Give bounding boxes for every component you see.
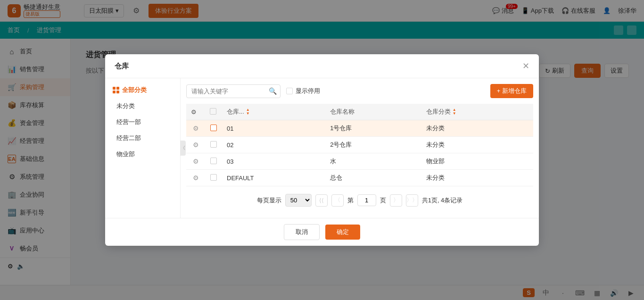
row-gear-icon[interactable]: ⚙ [193,141,199,149]
row-code: 03 [222,153,325,170]
code-sort-icon[interactable]: ▲▼ [246,108,250,116]
row-checkbox[interactable] [210,158,217,164]
show-disabled-label: 显示停用 [296,87,320,95]
col-header-check [205,104,222,120]
row-checkbox[interactable] [210,174,217,181]
row-gear-icon[interactable]: ⚙ [193,125,199,132]
row-checkbox[interactable] [210,125,217,131]
modal-close-button[interactable]: ✕ [522,61,529,71]
modal-overlay: 仓库 ✕ 全部分类 未分类 经营一部 经营二部 物业部 《 [0,0,644,300]
row-name: 总仓 [325,170,421,186]
prev-page-button[interactable]: 〈 [331,194,344,207]
modal-title: 仓库 [115,62,129,71]
warehouse-table: ⚙ 仓库... ▲▼ 仓库名称 [186,104,533,186]
grid-icon [113,87,119,93]
search-input[interactable] [186,84,281,98]
next-page-button[interactable]: 〉 [390,194,402,207]
col-header-name: 仓库名称 [325,104,421,120]
search-icon[interactable]: 🔍 [269,87,277,95]
row-gear-icon[interactable]: ⚙ [193,158,199,165]
warehouse-modal: 仓库 ✕ 全部分类 未分类 经营一部 经营二部 物业部 《 [105,54,539,246]
search-wrap: 🔍 [186,84,281,98]
row-checkbox[interactable] [210,141,217,148]
show-disabled-toggle[interactable]: 显示停用 [286,87,320,95]
row-category: 未分类 [421,137,533,153]
row-code: 02 [222,137,325,153]
tree-collapse-button[interactable]: 《 [180,141,186,156]
pagination: 每页显示 50 10 20 100 ⟨⟨ 〈 第 页 〉 〉〉 共1页, 4条记… [186,188,533,212]
table-row[interactable]: ⚙ 01 1号仓库 未分类 [186,120,533,137]
row-gear-icon[interactable]: ⚙ [193,174,199,182]
table-row[interactable]: ⚙ 03 水 物业部 [186,153,533,170]
first-page-button[interactable]: ⟨⟨ [315,194,328,207]
col-header-code: 仓库... ▲▼ [222,104,325,120]
warehouse-list-panel: 🔍 显示停用 + 新增仓库 ⚙ [181,78,539,218]
confirm-button[interactable]: 确定 [325,225,360,240]
add-warehouse-button[interactable]: + 新增仓库 [490,84,533,98]
row-category: 未分类 [421,170,533,186]
per-page-select[interactable]: 50 10 20 100 [285,194,312,207]
table-container: ⚙ 仓库... ▲▼ 仓库名称 [186,104,533,186]
all-categories-item[interactable]: 全部分类 [105,82,180,98]
col-header-gear: ⚙ [186,104,205,120]
table-body: ⚙ 01 1号仓库 未分类 ⚙ 02 2号仓库 [186,120,533,186]
table-row[interactable]: ⚙ DEFAULT 总仓 未分类 [186,170,533,186]
modal-footer: 取消 确定 [105,218,539,246]
row-name: 1号仓库 [325,120,421,137]
row-category: 未分类 [421,120,533,137]
select-all-checkbox[interactable] [210,108,216,115]
per-page-label: 每页显示 [257,196,281,205]
tree-item-uncategorized[interactable]: 未分类 [105,98,180,114]
row-category: 物业部 [421,153,533,170]
modal-header: 仓库 ✕ [105,54,539,78]
page-number-input[interactable] [357,194,376,206]
total-label: 共1页, 4条记录 [422,196,463,205]
category-sort-icon[interactable]: ▲▼ [453,108,456,116]
table-header: ⚙ 仓库... ▲▼ 仓库名称 [186,104,533,120]
show-disabled-checkbox[interactable] [286,88,293,94]
tree-item-ops1[interactable]: 经营一部 [105,114,180,130]
all-categories-label: 全部分类 [122,86,147,94]
col-header-category: 仓库分类 ▲▼ [421,104,533,120]
row-name: 2号仓库 [325,137,421,153]
cancel-button[interactable]: 取消 [284,224,320,240]
row-code: 01 [222,120,325,137]
tree-item-ops2[interactable]: 经营二部 [105,130,180,146]
table-row[interactable]: ⚙ 02 2号仓库 未分类 [186,137,533,153]
category-tree-panel: 全部分类 未分类 经营一部 经营二部 物业部 《 [105,78,181,218]
warehouse-toolbar: 🔍 显示停用 + 新增仓库 [186,84,533,98]
row-code: DEFAULT [222,170,325,186]
tree-item-property[interactable]: 物业部 [105,146,180,162]
page-suffix-label: 页 [380,196,386,205]
last-page-button[interactable]: 〉〉 [406,194,418,207]
page-prefix-label: 第 [347,196,354,205]
row-name: 水 [325,153,421,170]
modal-body: 全部分类 未分类 经营一部 经营二部 物业部 《 🔍 [105,78,539,218]
